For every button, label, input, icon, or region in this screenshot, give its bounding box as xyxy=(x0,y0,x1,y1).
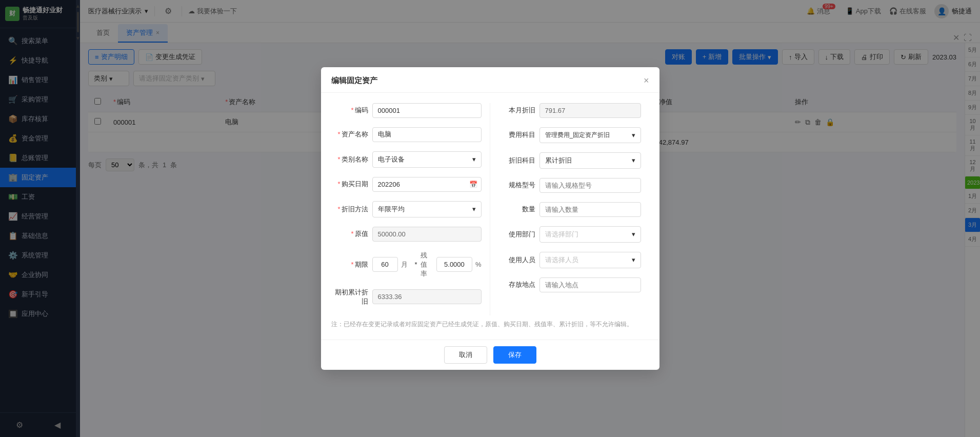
form-row-code: *编码 xyxy=(331,103,482,118)
calendar-icon[interactable]: 📅 xyxy=(469,181,477,188)
form-label-category: *类别名称 xyxy=(331,155,368,164)
expense-subject-select[interactable]: 管理费用_固定资产折旧 ▾ xyxy=(539,127,641,143)
form-row-location: 存放地点 xyxy=(498,277,641,292)
modal-note: 注：已经存在变更记录或者对应固定资产已经生成凭证，原值、购买日期、残值率、累计折… xyxy=(331,315,649,329)
form-row-spec: 规格型号 xyxy=(498,178,641,193)
name-input[interactable] xyxy=(372,127,482,142)
spec-input[interactable] xyxy=(539,178,641,193)
modal-close-btn[interactable]: × xyxy=(644,75,649,86)
form-row-person: 使用人员 请选择人员 ▾ xyxy=(498,252,641,268)
modal-left-col: *编码 *资产名称 *类别名称 电子设备 xyxy=(331,103,490,315)
monthly-depr-input xyxy=(539,103,641,118)
form-row-period: *期限 月 * 残值率 % xyxy=(331,251,482,279)
save-button[interactable]: 保存 xyxy=(493,346,536,364)
form-label-name: *资产名称 xyxy=(331,130,368,139)
modal-footer: 取消 保存 xyxy=(321,340,659,370)
form-label-depr-method: *折旧方法 xyxy=(331,205,368,214)
modal-header: 编辑固定资产 × xyxy=(321,67,659,93)
form-label-spec: 规格型号 xyxy=(498,181,535,190)
form-row-depr-subject: 折旧科目 累计折旧 ▾ xyxy=(498,152,641,169)
form-row-original-value: *原值 xyxy=(331,227,482,242)
form-label-person: 使用人员 xyxy=(498,255,535,265)
purchase-date-input-wrap: 📅 xyxy=(372,177,482,192)
depr-method-chevron-icon: ▾ xyxy=(472,205,476,213)
form-row-period-cumul: 期初累计折旧 xyxy=(331,288,482,306)
depr-subject-select[interactable]: 累计折旧 ▾ xyxy=(539,152,641,169)
cat-chevron-icon: ▾ xyxy=(472,155,476,163)
cancel-button[interactable]: 取消 xyxy=(444,346,487,364)
modal-overlay: 编辑固定资产 × *编码 *资产名称 xyxy=(0,0,980,437)
form-row-name: *资产名称 xyxy=(331,127,482,142)
form-label-code: *编码 xyxy=(331,106,368,115)
form-label-period-cumul: 期初累计折旧 xyxy=(331,288,368,306)
modal-right-col: 本月折旧 费用科目 管理费用_固定资产折旧 ▾ xyxy=(490,103,649,315)
quantity-input[interactable] xyxy=(539,202,641,217)
depr-method-select[interactable]: 年限平均 ▾ xyxy=(372,201,482,217)
purchase-date-input[interactable] xyxy=(372,177,482,192)
original-value-input[interactable] xyxy=(372,227,482,242)
category-select[interactable]: 电子设备 ▾ xyxy=(372,151,482,168)
form-label-purchase-date: *购买日期 xyxy=(331,180,368,189)
form-label-period: *期限 xyxy=(331,260,368,269)
code-input[interactable] xyxy=(372,103,482,118)
form-label-monthly-depr: 本月折旧 xyxy=(498,106,535,115)
form-label-expense-subject: 费用科目 xyxy=(498,130,535,140)
dept-chevron-icon: ▾ xyxy=(632,230,635,238)
form-row-category: *类别名称 电子设备 ▾ xyxy=(331,151,482,168)
form-label-original-value: *原值 xyxy=(331,229,368,239)
form-row-dept: 使用部门 请选择部门 ▾ xyxy=(498,226,641,243)
period-input[interactable] xyxy=(372,257,398,272)
form-label-dept: 使用部门 xyxy=(498,230,535,239)
edit-asset-modal: 编辑固定资产 × *编码 *资产名称 xyxy=(321,67,659,370)
location-input[interactable] xyxy=(539,277,641,292)
form-row-quantity: 数量 xyxy=(498,202,641,217)
dept-select[interactable]: 请选择部门 ▾ xyxy=(539,226,641,243)
form-label-depr-subject: 折旧科目 xyxy=(498,156,535,165)
form-label-location: 存放地点 xyxy=(498,280,535,289)
period-residual-group: 月 * 残值率 % xyxy=(372,251,482,279)
expense-sub-chevron-icon: ▾ xyxy=(632,131,635,139)
form-row-depr-method: *折旧方法 年限平均 ▾ xyxy=(331,201,482,217)
residual-rate-input[interactable] xyxy=(436,257,472,272)
person-select[interactable]: 请选择人员 ▾ xyxy=(539,252,641,268)
person-chevron-icon: ▾ xyxy=(632,256,635,264)
modal-body: *编码 *资产名称 *类别名称 电子设备 xyxy=(321,93,659,340)
depr-sub-chevron-icon: ▾ xyxy=(632,156,635,164)
period-cumul-input[interactable] xyxy=(372,289,482,304)
form-row-purchase-date: *购买日期 📅 xyxy=(331,177,482,192)
modal-title: 编辑固定资产 xyxy=(331,76,377,86)
form-row-expense-subject: 费用科目 管理费用_固定资产折旧 ▾ xyxy=(498,127,641,143)
form-row-monthly-depr: 本月折旧 xyxy=(498,103,641,118)
form-label-quantity: 数量 xyxy=(498,205,535,214)
